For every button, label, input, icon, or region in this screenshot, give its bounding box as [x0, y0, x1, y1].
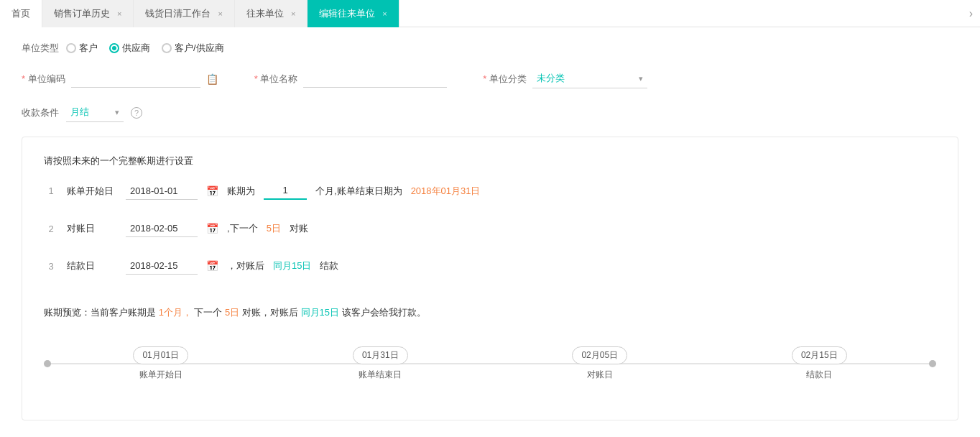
payment-terms-label: 收款条件 — [22, 106, 59, 119]
preview-highlight1: 1个月， — [159, 307, 192, 318]
start-date-row: 1 账单开始日 📅 账期为 个月,账单结束日期为 2018年01月31日 — [44, 182, 936, 200]
unit-category-arrow-icon: ▾ — [639, 74, 643, 83]
payment-date-row: 3 结款日 📅 ，对账后 同月15日 结款 — [44, 257, 936, 275]
unit-category-dropdown[interactable]: 未分类 ▾ — [532, 69, 647, 88]
unit-code-label: 单位编码 — [22, 73, 65, 86]
unit-code-group: 单位编码 000001 📋 — [22, 70, 218, 88]
unit-code-input[interactable]: 000001 — [71, 70, 200, 88]
timeline-badge-4: 02月15日 — [792, 346, 847, 364]
payment-terms-value: 月结 — [70, 106, 112, 119]
payment-terms-row: 收款条件 月结 ▾ ? — [22, 103, 958, 122]
tab-home[interactable]: 首页 — [0, 0, 42, 27]
tab-cash-work-close[interactable]: × — [218, 9, 222, 18]
start-date-input[interactable] — [126, 183, 198, 200]
row-3-number: 3 — [44, 261, 58, 272]
tab-cash-work-label: 钱货日清工作台 — [145, 7, 211, 20]
unit-type-label: 单位类型 — [22, 42, 59, 55]
reconcile-date-input[interactable] — [126, 220, 198, 237]
timeline-container: 01月01日 账单开始日 01月31日 账单结束日 02月05日 对账日 — [44, 339, 936, 388]
tab-related-unit-label: 往来单位 — [246, 7, 284, 20]
row-1-end-date: 2018年01月31日 — [411, 185, 481, 198]
tab-edit-unit[interactable]: 编辑往来单位 × — [308, 0, 399, 27]
radio-customer-supplier-label: 客户/供应商 — [175, 42, 224, 55]
timeline-point-1: 01月01日 账单开始日 — [133, 346, 188, 381]
start-date-calendar-icon[interactable]: 📅 — [206, 185, 218, 197]
unit-code-icon[interactable]: 📋 — [206, 73, 218, 85]
timeline-badge-3: 02月05日 — [572, 346, 627, 364]
reconcile-date-row: 2 对账日 📅 ,下一个 5日 对账 — [44, 220, 936, 237]
payment-terms-arrow-icon: ▾ — [115, 108, 119, 117]
tab-cash-work[interactable]: 钱货日清工作台 × — [134, 0, 234, 27]
card-title: 请按照未来的一个完整帐期进行设置 — [44, 155, 936, 167]
tab-edit-unit-label: 编辑往来单位 — [319, 7, 375, 20]
radio-customer-supplier-circle — [162, 43, 172, 53]
radio-customer-label: 客户 — [79, 42, 98, 55]
timeline-point-4: 02月15日 结款日 — [792, 346, 847, 381]
radio-supplier-circle — [109, 43, 119, 53]
tab-related-unit[interactable]: 往来单位 × — [235, 0, 308, 27]
unit-info-row: 单位编码 000001 📋 单位名称 河南供应商22 单位分类 未分类 ▾ — [22, 69, 958, 88]
timeline-end-dot — [929, 360, 936, 367]
row-2-highlight: 5日 — [267, 222, 281, 235]
timeline-point-2: 01月31日 账单结束日 — [353, 346, 408, 381]
reconcile-date-calendar-icon[interactable]: 📅 — [206, 223, 218, 234]
row-1-desc-suffix: 个月,账单结束日期为 — [315, 185, 402, 198]
row-1-desc-prefix: 账期为 — [227, 185, 255, 198]
preview-text1: 下一个 — [194, 307, 222, 318]
radio-customer-supplier[interactable]: 客户/供应商 — [162, 42, 224, 55]
tab-expand-icon[interactable]: › — [962, 7, 980, 20]
tab-sales-history[interactable]: 销售订单历史 × — [42, 0, 134, 27]
tab-sales-history-close[interactable]: × — [117, 9, 121, 18]
timeline-label-4: 结款日 — [806, 369, 832, 381]
payment-terms-dropdown[interactable]: 月结 ▾ — [66, 103, 124, 122]
unit-name-label: 单位名称 — [254, 73, 298, 86]
unit-category-value: 未分类 — [537, 72, 636, 85]
unit-category-group: 单位分类 未分类 ▾ — [483, 69, 647, 88]
row-3-highlight: 同月15日 — [273, 259, 311, 272]
payment-date-input[interactable] — [126, 257, 198, 275]
tab-home-label: 首页 — [11, 7, 30, 20]
row-2-desc-suffix: 对账 — [290, 222, 308, 235]
radio-customer-circle — [66, 43, 76, 53]
row-3-desc-prefix: ，对账后 — [227, 259, 264, 272]
tab-edit-unit-close[interactable]: × — [382, 9, 387, 18]
row-3-label: 结款日 — [67, 259, 117, 272]
tab-sales-history-label: 销售订单历史 — [54, 7, 110, 20]
row-2-number: 2 — [44, 224, 58, 234]
row-3-desc-suffix: 结款 — [320, 259, 338, 272]
payment-date-calendar-icon[interactable]: 📅 — [206, 260, 218, 272]
radio-customer[interactable]: 客户 — [66, 42, 98, 55]
preview-text: 账期预览：当前客户账期是 1个月， 下一个 5日 对账，对账后 同月15日 该客… — [44, 306, 936, 319]
row-2-label: 对账日 — [67, 222, 117, 235]
timeline-badge-1: 01月01日 — [133, 346, 188, 364]
tab-bar: 首页 销售订单历史 × 钱货日清工作台 × 往来单位 × 编辑往来单位 × › — [0, 0, 980, 27]
timeline-label-3: 对账日 — [587, 369, 613, 381]
row-2-desc-prefix: ,下一个 — [227, 222, 258, 235]
preview-label: 账期预览：当前客户账期是 — [44, 307, 156, 318]
preview-section: 账期预览：当前客户账期是 1个月， 下一个 5日 对账，对账后 同月15日 该客… — [44, 295, 936, 402]
timeline-point-3: 02月05日 对账日 — [572, 346, 627, 381]
settings-card: 请按照未来的一个完整帐期进行设置 1 账单开始日 📅 账期为 个月,账单结束日期… — [22, 137, 958, 420]
unit-type-radio-group: 客户 供应商 客户/供应商 — [66, 42, 224, 55]
payment-terms-help-icon[interactable]: ? — [131, 107, 142, 119]
row-1-number: 1 — [44, 185, 58, 196]
timeline-label-1: 账单开始日 — [139, 369, 182, 381]
radio-supplier[interactable]: 供应商 — [109, 42, 150, 55]
unit-category-label: 单位分类 — [483, 73, 527, 86]
timeline-label-2: 账单结束日 — [359, 369, 402, 381]
radio-supplier-label: 供应商 — [122, 42, 150, 55]
tab-related-unit-close[interactable]: × — [291, 9, 295, 18]
row-1-label: 账单开始日 — [67, 185, 117, 198]
unit-name-input[interactable]: 河南供应商22 — [303, 70, 447, 88]
preview-highlight2: 5日 — [225, 307, 239, 318]
unit-type-row: 单位类型 客户 供应商 客户/供应商 — [22, 42, 958, 55]
timeline-badge-2: 01月31日 — [353, 346, 408, 364]
preview-text2: 对账，对账后 — [242, 307, 298, 318]
unit-name-group: 单位名称 河南供应商22 — [254, 70, 448, 88]
month-period-input[interactable] — [264, 182, 307, 200]
main-content: 单位类型 客户 供应商 客户/供应商 单位编码 000001 📋 单位名称 河南… — [0, 27, 980, 437]
timeline-start-dot — [44, 360, 51, 367]
preview-text3: 该客户会给我打款。 — [342, 307, 426, 318]
preview-highlight3: 同月15日 — [301, 307, 339, 318]
